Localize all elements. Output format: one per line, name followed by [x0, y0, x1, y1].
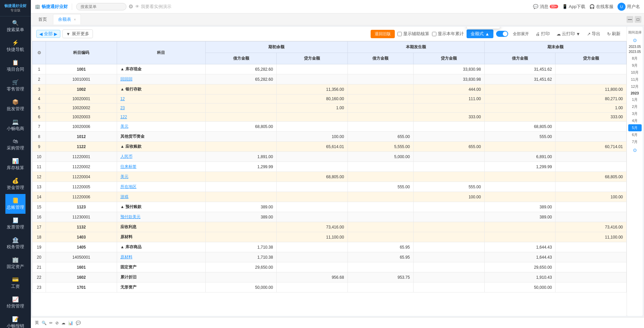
export-btn[interactable]: ↗ 导出	[585, 29, 602, 38]
download-btn[interactable]: 📱 App下载	[562, 4, 585, 10]
row-name[interactable]: 往来标签	[117, 162, 206, 172]
refresh-btn[interactable]: ↻ 刷新	[605, 29, 623, 38]
maximize-button[interactable]: □	[635, 16, 641, 23]
return-old-btn[interactable]: 退回旧版	[371, 30, 395, 38]
row-name[interactable]: 原材料	[117, 252, 206, 262]
bottom-search[interactable]: 🔍	[42, 321, 47, 325]
service-btn[interactable]: 🎧 在线客服	[589, 4, 613, 10]
row-cd: 31,451.62	[484, 64, 555, 74]
expand-all-label[interactable]: 全部展开	[511, 30, 531, 38]
period-month-2[interactable]: 2月	[628, 103, 642, 110]
minimize-button[interactable]: —	[627, 16, 633, 23]
message-btn[interactable]: 💬 消息 99+	[533, 4, 558, 10]
demo-icon: 👁	[135, 4, 140, 9]
row-name[interactable]: 美元	[117, 122, 206, 132]
row-cc: 68,805.00	[555, 172, 627, 182]
table-row: 2014050001原材料1,710.3865.951,644.43	[33, 252, 627, 262]
period-month-12[interactable]: 12月	[628, 83, 642, 90]
sidebar-item-contract[interactable]: 📋项目合同	[5, 56, 25, 76]
period-month-6[interactable]: 6月	[628, 131, 642, 138]
bottom-lang[interactable]: 英	[35, 320, 39, 326]
period-nav-down[interactable]: ⊙	[628, 147, 642, 153]
opening-group-header: 期初余额	[206, 42, 347, 53]
row-name[interactable]: 预付款美元	[117, 212, 206, 222]
row-name[interactable]: 所在地区	[117, 182, 206, 192]
tab-balance[interactable]: 余额表×	[53, 14, 81, 24]
sidebar-item-general[interactable]: 📒总账管理	[5, 194, 25, 214]
sidebar-item-capital[interactable]: 💰资金管理	[5, 174, 25, 194]
row-name[interactable]: 回回回	[117, 74, 206, 84]
sidebar-item-payroll[interactable]: 💳工资	[5, 273, 25, 293]
row-cc	[555, 272, 627, 282]
sidebar-item-inventory[interactable]: 📊库存核算	[5, 154, 25, 174]
dropdown-item-qty_foreign[interactable]: 数量外币式	[467, 27, 500, 28]
period-nav-up[interactable]: ⊙	[628, 37, 642, 44]
sidebar-item-purchase[interactable]: 🛍采购管理	[5, 135, 25, 154]
right-panel: 期间选择 ⊙ 2023.05 2023.05 8月9月10月11月12月2023…	[627, 27, 643, 316]
balance-table: ⚙ 科目编码 科目 期初余额 本期发生额 期末余额 借方金额 贷方金额 借方金额	[32, 41, 627, 292]
app-edition: 专业版	[3, 8, 28, 13]
service-icon: 🎧	[589, 4, 595, 9]
period-month-2023[interactable]: 2023	[628, 90, 642, 96]
row-od	[206, 104, 277, 113]
bottom-edit[interactable]: ✏	[49, 321, 53, 325]
row-name[interactable]: 12	[117, 94, 206, 104]
show-ytd-checkbox[interactable]: 显示本年累计	[432, 31, 464, 37]
topbar: 🏢 畅捷通好业财 ⚙ 👁 我要看实例演示 💬 消息 99+ 📱 App下载 �	[31, 0, 644, 13]
auxiliary-checkbox-input[interactable]	[397, 32, 402, 36]
table-settings-icon[interactable]: ⚙	[37, 50, 41, 55]
row-name[interactable]: 122	[117, 113, 206, 122]
period-month-8[interactable]: 8月	[628, 55, 642, 62]
cloud-print-btn[interactable]: ☁ 云打印 ▼	[554, 29, 582, 38]
sidebar-item-tax[interactable]: 🏦税务管理	[5, 234, 25, 253]
tab-close-balance[interactable]: ×	[74, 17, 76, 21]
period-month-11[interactable]: 11月	[628, 76, 642, 83]
tab-home[interactable]: 首页	[34, 14, 52, 24]
user-area[interactable]: U 用户名	[618, 3, 640, 11]
sidebar-item-operations[interactable]: 📈经营管理	[5, 293, 25, 313]
period-month-1[interactable]: 1月	[628, 96, 642, 103]
row-name[interactable]: 游戏	[117, 192, 206, 202]
sidebar-item-wholesale[interactable]: 📦批发管理	[5, 95, 25, 115]
period-month-7[interactable]: 7月	[628, 138, 642, 145]
bottom-chart[interactable]: 📊	[68, 321, 73, 325]
mode-button[interactable]: 金额式 ▲	[467, 29, 493, 38]
sidebar-item-search[interactable]: 🔍搜索菜单	[5, 16, 25, 36]
sidebar-item-ecom[interactable]: 💻小畅电商	[5, 115, 25, 135]
demo-link[interactable]: 👁 我要看实例演示	[135, 4, 171, 10]
row-pd: 5,555.00	[347, 142, 413, 152]
print-btn[interactable]: 🖨 打印	[534, 29, 552, 38]
period-month-3[interactable]: 3月	[628, 110, 642, 117]
row-od: 68,805.00	[206, 122, 277, 132]
table-row: 510020002231.001.00	[33, 104, 627, 113]
row-name[interactable]: 美元	[117, 172, 206, 182]
row-code: 1002	[46, 84, 117, 94]
bottom-cloud[interactable]: ☁	[61, 321, 65, 325]
sidebar-item-nav[interactable]: ⚡快捷导航	[5, 36, 25, 56]
sidebar-item-invoice[interactable]: 🧾发票管理	[5, 214, 25, 234]
row-num: 9	[33, 142, 46, 152]
settings-gear-icon[interactable]: ⚙	[128, 3, 133, 10]
period-month-5[interactable]: 5月	[628, 124, 642, 131]
filter-tag[interactable]: ◀ 全部 ▶	[36, 30, 60, 38]
tabs-container: 首页余额表×	[34, 14, 625, 24]
period-month-4[interactable]: 4月	[628, 117, 642, 124]
bottom-chat[interactable]: 💬	[76, 321, 81, 325]
row-code: 1701	[46, 282, 117, 292]
row-cc: 11,100.00	[555, 232, 627, 242]
show-auxiliary-checkbox[interactable]: 显示辅助核算	[397, 31, 429, 37]
sidebar-item-report[interactable]: 📝小畅报销	[5, 313, 25, 328]
sidebar-item-assets[interactable]: 🏢固定资产	[5, 253, 25, 273]
search-input[interactable]	[76, 3, 126, 10]
mode-dropdown-menu: 金额式数量金额式外币金额式数量外币式	[467, 27, 500, 29]
period-month-9[interactable]: 9月	[628, 62, 642, 69]
ytd-checkbox-input[interactable]	[432, 32, 436, 36]
row-name[interactable]: 人民币	[117, 152, 206, 162]
table-row: 31002▲ 银行存款11,356.00444.0011,800.00	[33, 84, 627, 94]
row-name[interactable]: 23	[117, 104, 206, 113]
expand-all-toggle[interactable]	[496, 31, 508, 37]
sidebar-item-retail[interactable]: 🛒零售管理	[5, 76, 25, 95]
period-month-10[interactable]: 10月	[628, 69, 642, 76]
bottom-circle[interactable]: ⊘	[55, 321, 59, 325]
expand-more-btn[interactable]: ▼ 展开更多	[62, 29, 93, 38]
